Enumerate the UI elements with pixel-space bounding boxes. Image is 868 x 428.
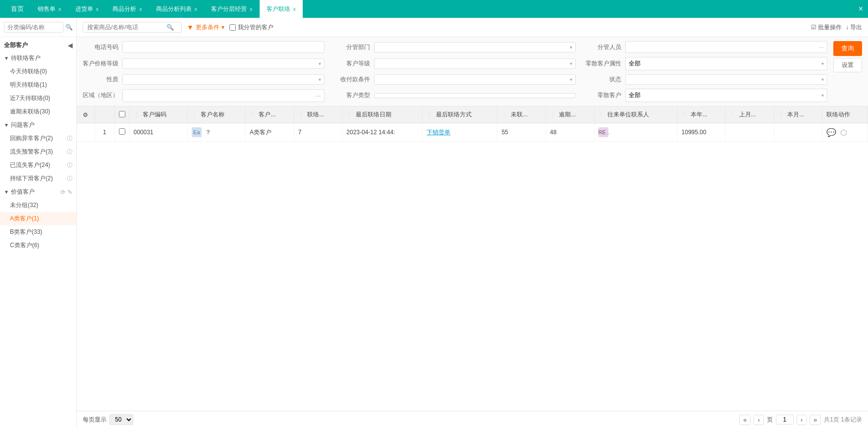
next-page-btn[interactable]: › [797,415,807,425]
nav-tab-customer-contact[interactable]: 客户联络 x [260,0,303,18]
more-conditions-area: ▼ 更多条件 ▾ [187,23,224,32]
top-navigation: 首页 销售单 x 进货单 x 商品分析 x 商品分析列表 x 客户分层经营 x … [0,0,868,18]
refresh-icon[interactable]: ⟳ [60,189,65,196]
nav-tab-sales[interactable]: 销售单 x [31,0,68,18]
nav-tab-goods-analysis[interactable]: 商品分析 x [106,0,149,18]
col-header-this-year: ⋮ 本年... [677,107,726,123]
sidebar-item-lost-warning[interactable]: 流失预警客户(3) ⓘ [0,145,76,159]
sidebar-search-area: 🔍 [0,18,76,37]
sidebar-pending-section[interactable]: ▼ 待联络客户 [0,52,76,65]
customer-type-select[interactable] [374,93,576,98]
row-type-cell: A类客户 [246,123,294,142]
person-select[interactable]: ··· [625,41,827,53]
sidebar-item-overdue-pending[interactable]: 逾期未联络(30) [0,105,76,118]
company-contact-col-resize: ⋮ [598,111,604,118]
retail-customer-select[interactable]: 全部 ▾ [625,89,827,102]
filter-search-icon[interactable]: 🔍 [166,24,174,31]
select-all-checkbox[interactable] [119,111,125,117]
filter-cell-customer-type: 客户类型 [334,91,576,100]
link-icon[interactable]: ⬡ [840,128,847,137]
row-check-cell [114,123,129,142]
sidebar-item-tomorrow-pending[interactable]: 明天待联络(1) [0,78,76,92]
last-page-btn[interactable]: » [810,415,821,425]
export-btn[interactable]: ↓ 导出 [846,23,862,32]
sidebar-search-icon[interactable]: 🔍 [65,24,73,31]
sidebar-item-today-pending[interactable]: 今天待联络(0) [0,65,76,78]
region-select[interactable]: ··· [122,89,325,102]
status-select[interactable]: ▾ [625,74,827,85]
filter-search-input[interactable] [87,24,166,31]
batch-ops-btn[interactable]: ☑ 批量操作 [811,23,842,32]
last-method-col-resize: ⋮ [427,111,432,118]
phone-input[interactable] [122,41,325,53]
page-number-input[interactable] [776,415,794,425]
close-all-tabs[interactable]: × [859,4,863,13]
nav-tab-goods-analysis-list[interactable]: 商品分析列表 x [149,0,205,18]
filter-cell-status: 状态 ▾ [586,74,827,85]
row-num-cell: 1 [95,123,114,142]
person-dots[interactable]: ··· [819,44,824,51]
sidebar-item-lost[interactable]: 已流失客户(24) ⓘ [0,159,76,172]
col-header-company-contact: ⋮ 往来单位联系人 [594,107,677,123]
last-contact-method-link[interactable]: 下销货单 [427,129,450,136]
more-conditions-btn[interactable]: 更多条件 [196,23,219,32]
payment-arrow: ▾ [570,77,572,82]
close-goods-analysis-list-tab[interactable]: x [195,6,198,12]
name-tag: Ea [192,127,202,137]
my-customers-checkbox[interactable] [229,24,236,31]
edit-icon[interactable]: ✎ [67,189,72,196]
sidebar-item-repurchase-anomaly[interactable]: 回购异常客户(2) ⓘ [0,132,76,145]
prev-page-btn[interactable]: ‹ [754,415,763,425]
sidebar-item-declining[interactable]: 持续下滑客户(2) ⓘ [0,172,76,185]
sidebar-item-7days-pending[interactable]: 近7天待联络(0) [0,92,76,105]
col-header-num [95,107,114,123]
dept-select[interactable]: ▾ [374,42,576,53]
payment-select[interactable]: ▾ [374,74,576,85]
close-goods-analysis-tab[interactable]: x [139,6,142,12]
first-page-btn[interactable]: « [739,415,751,425]
row-action-cell: 💬 ⬡ [822,123,868,142]
customer-grade-select[interactable]: ▾ [374,58,576,69]
page-size-select[interactable]: 50 [109,414,133,425]
table-row: 1 000031 Ea ？ A类客户 [77,123,868,142]
company-contact-tag: RE . [598,127,608,137]
filter-search-box: 🔍 [83,22,182,33]
retail-customer-arrow: ▾ [821,93,824,98]
retail-attr-arrow: ▾ [821,61,824,66]
last-date-col-resize: ⋮ [346,111,352,118]
status-arrow: ▾ [821,77,824,82]
sidebar-item-class-a[interactable]: A类客户(1) [0,212,76,225]
sidebar-item-class-c[interactable]: C类客户(6) [0,239,76,252]
price-grade-select[interactable]: ▾ [122,58,325,69]
close-purchase-tab[interactable]: x [96,6,99,12]
sidebar-problem-section[interactable]: ▼ 问题客户 [0,118,76,132]
region-dots[interactable]: ··· [315,92,321,100]
code-col-resize: ⋮ [134,111,139,118]
price-grade-arrow: ▾ [319,61,321,66]
sidebar-collapse-icon[interactable]: ◀ [68,42,72,49]
col-header-type: ⋮ 客户... [246,107,294,123]
nav-tab-home[interactable]: 首页 [4,0,31,18]
col-header-gear: ⚙ [77,107,95,123]
close-sales-tab[interactable]: x [58,6,61,12]
contact-col-resize: ⋮ [298,111,304,118]
settings-button[interactable]: 设置 [833,58,862,72]
sidebar-search-input[interactable] [4,22,63,33]
last-month-col-resize: ⋮ [730,111,735,118]
nav-tab-customer-segment[interactable]: 客户分层经营 x [204,0,260,18]
row-checkbox[interactable] [119,128,125,135]
sidebar-value-section[interactable]: ▼ 价值客户 ⟳ ✎ [0,185,76,199]
retail-attr-select[interactable]: 全部 ▾ [625,57,827,70]
gear-icon[interactable]: ⚙ [83,111,88,118]
close-customer-contact-tab[interactable]: x [293,6,296,12]
nav-tab-purchase[interactable]: 进货单 x [68,0,106,18]
close-customer-segment-tab[interactable]: x [250,6,253,12]
query-button[interactable]: 查询 [833,41,862,56]
chat-icon[interactable]: 💬 [826,128,836,137]
filter-row-4: 区域（地区） ··· 客户类型 [83,89,827,102]
nature-select[interactable]: ▾ [122,74,325,85]
query-btn-area: 查询 设置 [827,41,862,102]
this-year-col-resize: ⋮ [682,111,687,118]
sidebar-item-unclassified[interactable]: 未分组(32) [0,199,76,212]
sidebar-item-class-b[interactable]: B类客户(33) [0,225,76,239]
